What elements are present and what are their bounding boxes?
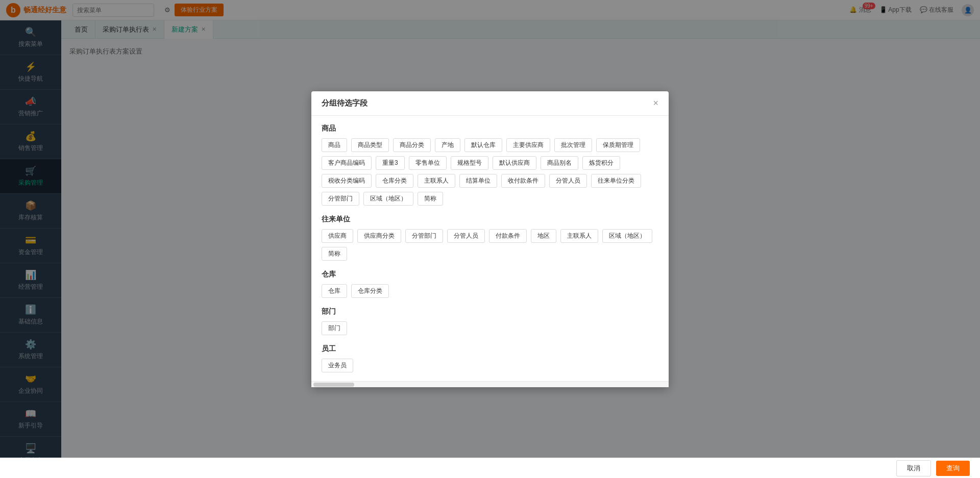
field-tag[interactable]: 主要供应商 — [506, 138, 550, 152]
field-tag[interactable]: 规格型号 — [451, 156, 488, 170]
field-tag[interactable]: 往来单位分类 — [591, 174, 641, 188]
field-tag[interactable]: 区域（地区） — [363, 192, 413, 206]
field-tag[interactable]: 简称 — [418, 192, 443, 206]
field-tag[interactable]: 部门 — [322, 321, 347, 335]
modal-overlay: 分组待选字段 × 商品 商品 商品类型 商品分类 产地 默认仓库 主要供应商 批… — [0, 0, 980, 478]
field-tag-salesperson[interactable]: 业务员 — [322, 359, 353, 372]
field-group-product-title: 商品 — [322, 124, 658, 133]
field-tag[interactable]: 重量3 — [376, 156, 405, 170]
field-tag[interactable]: 分管部门 — [322, 192, 359, 206]
modal-body: 商品 商品 商品类型 商品分类 产地 默认仓库 主要供应商 批次管理 保质期管理… — [311, 116, 669, 381]
field-tag[interactable]: 仓库分类 — [351, 284, 389, 298]
field-tag[interactable]: 商品别名 — [541, 156, 578, 170]
field-tag[interactable]: 客户商品编码 — [322, 156, 372, 170]
field-group-employee-title: 员工 — [322, 344, 658, 354]
field-tag[interactable]: 商品类型 — [351, 138, 389, 152]
field-tag[interactable]: 默认仓库 — [464, 138, 502, 152]
field-tag[interactable]: 税收分类编码 — [322, 174, 372, 188]
field-tag[interactable]: 供应商分类 — [357, 229, 401, 243]
field-tags-warehouse: 仓库 仓库分类 — [322, 284, 658, 298]
hscroll-thumb — [313, 383, 354, 387]
field-group-department: 部门 部门 — [322, 307, 658, 335]
field-group-product: 商品 商品 商品类型 商品分类 产地 默认仓库 主要供应商 批次管理 保质期管理… — [322, 124, 658, 206]
field-tag[interactable]: 炼货积分 — [582, 156, 620, 170]
field-tag[interactable]: 供应商 — [322, 229, 353, 243]
field-tags-product: 商品 商品类型 商品分类 产地 默认仓库 主要供应商 批次管理 保质期管理 客户… — [322, 138, 658, 206]
field-tag[interactable]: 分管人员 — [549, 174, 587, 188]
field-tag[interactable]: 付款条件 — [489, 229, 527, 243]
field-tag[interactable]: 收付款条件 — [501, 174, 545, 188]
modal-horizontal-scrollbar[interactable] — [311, 381, 669, 387]
field-group-counterpart-title: 往来单位 — [322, 215, 658, 224]
field-group-warehouse: 仓库 仓库 仓库分类 — [322, 270, 658, 298]
field-tag[interactable]: 主联系人 — [418, 174, 455, 188]
field-tags-counterpart: 供应商 供应商分类 分管部门 分管人员 付款条件 地区 主联系人 区域（地区） … — [322, 229, 658, 261]
field-tag[interactable]: 地区 — [531, 229, 556, 243]
field-tag[interactable]: 仓库分类 — [376, 174, 413, 188]
field-tags-department: 部门 — [322, 321, 658, 335]
field-tag[interactable]: 保质期管理 — [596, 138, 640, 152]
field-tags-employee: 业务员 — [322, 359, 658, 372]
bottom-bar: 取消 查询 — [0, 458, 980, 478]
field-tag[interactable]: 结算单位 — [459, 174, 497, 188]
field-tag[interactable]: 简称 — [322, 247, 347, 261]
modal-title: 分组待选字段 — [322, 98, 368, 108]
field-group-employee: 员工 业务员 — [322, 344, 658, 372]
modal-header: 分组待选字段 × — [311, 91, 669, 116]
field-tag[interactable]: 商品 — [322, 138, 347, 152]
field-tag[interactable]: 默认供应商 — [493, 156, 536, 170]
field-tag[interactable]: 批次管理 — [554, 138, 592, 152]
field-tag[interactable]: 仓库 — [322, 284, 347, 298]
field-tag[interactable]: 分管人员 — [447, 229, 485, 243]
field-tag[interactable]: 区域（地区） — [602, 229, 652, 243]
field-group-counterpart: 往来单位 供应商 供应商分类 分管部门 分管人员 付款条件 地区 主联系人 区域… — [322, 215, 658, 261]
field-group-department-title: 部门 — [322, 307, 658, 316]
field-group-warehouse-title: 仓库 — [322, 270, 658, 279]
confirm-button[interactable]: 查询 — [936, 461, 970, 476]
field-select-modal: 分组待选字段 × 商品 商品 商品类型 商品分类 产地 默认仓库 主要供应商 批… — [311, 91, 669, 387]
field-tag[interactable]: 主联系人 — [560, 229, 598, 243]
modal-close-btn[interactable]: × — [653, 98, 658, 108]
field-tag[interactable]: 零售单位 — [409, 156, 447, 170]
field-tag[interactable]: 产地 — [435, 138, 460, 152]
cancel-button[interactable]: 取消 — [896, 460, 931, 476]
field-tag[interactable]: 分管部门 — [405, 229, 443, 243]
field-tag[interactable]: 商品分类 — [393, 138, 431, 152]
